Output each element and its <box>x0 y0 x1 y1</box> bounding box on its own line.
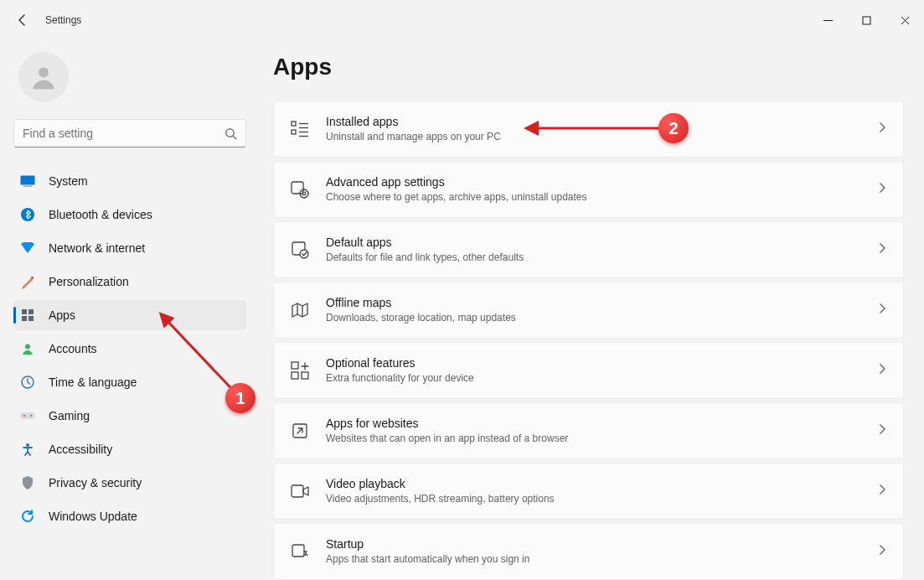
svg-point-27 <box>302 192 306 195</box>
minimize-button[interactable] <box>808 7 847 34</box>
svg-rect-6 <box>23 186 32 187</box>
installed-apps-icon <box>289 118 311 140</box>
chevron-right-icon <box>879 363 886 378</box>
sidebar-item-privacy[interactable]: Privacy & security <box>13 468 246 498</box>
card-title: Offline maps <box>326 295 879 311</box>
svg-point-2 <box>39 67 49 77</box>
card-title: Default apps <box>326 235 879 251</box>
annotation-arrow-2 <box>524 120 674 137</box>
optional-features-icon <box>289 360 311 381</box>
chevron-right-icon <box>879 182 886 197</box>
privacy-icon <box>20 475 35 490</box>
card-subtitle: Video adjustments, HDR streaming, batter… <box>326 492 879 506</box>
sidebar-item-label: Time & language <box>49 375 137 389</box>
svg-rect-30 <box>292 362 298 369</box>
video-playback-icon <box>289 480 311 502</box>
svg-rect-19 <box>292 122 296 126</box>
search-input-container[interactable] <box>13 119 246 148</box>
card-advanced-app-settings[interactable]: Advanced app settings Choose where to ge… <box>273 161 904 218</box>
accessibility-icon <box>20 442 35 457</box>
sidebar-item-label: Personalization <box>49 275 129 288</box>
sidebar-item-label: Privacy & security <box>49 476 142 489</box>
card-offline-maps[interactable]: Offline maps Downloads, storage location… <box>273 282 904 339</box>
search-icon <box>225 127 237 140</box>
svg-rect-31 <box>292 372 298 379</box>
personalization-icon <box>20 274 35 289</box>
sidebar-item-personalization[interactable]: Personalization <box>13 267 246 297</box>
svg-line-4 <box>233 136 236 139</box>
sidebar-item-accessibility[interactable]: Accessibility <box>13 434 246 464</box>
chevron-right-icon <box>879 544 886 559</box>
svg-point-16 <box>23 415 25 417</box>
chevron-right-icon <box>879 303 886 318</box>
card-subtitle: Websites that can open in an app instead… <box>326 432 879 446</box>
sidebar-item-bluetooth[interactable]: Bluetooth & devices <box>13 199 246 230</box>
card-title: Optional features <box>326 355 879 371</box>
svg-point-3 <box>226 128 234 136</box>
page-title: Apps <box>273 54 904 80</box>
sidebar-item-windows-update[interactable]: Windows Update <box>13 501 246 531</box>
svg-rect-15 <box>20 412 35 419</box>
card-startup[interactable]: Startup Apps that start automatically wh… <box>273 523 904 580</box>
svg-rect-10 <box>28 309 34 314</box>
avatar[interactable] <box>18 52 69 102</box>
sidebar-item-label: Apps <box>49 308 75 322</box>
annotation-badge-2: 2 <box>658 113 689 143</box>
sidebar-item-label: Accessibility <box>49 443 112 456</box>
card-video-playback[interactable]: Video playback Video adjustments, HDR st… <box>273 463 904 520</box>
sidebar-item-label: System <box>49 174 88 188</box>
chevron-right-icon <box>879 423 886 438</box>
sidebar-item-system[interactable]: System <box>13 166 246 196</box>
sidebar-item-label: Network & internet <box>49 241 145 255</box>
annotation-badge-1: 1 <box>225 383 256 413</box>
svg-rect-34 <box>292 485 303 497</box>
close-button[interactable] <box>885 7 924 34</box>
bluetooth-icon <box>20 207 35 222</box>
svg-point-29 <box>300 250 308 258</box>
titlebar: Settings <box>0 0 924 40</box>
advanced-settings-icon <box>289 179 311 200</box>
window-controls <box>808 7 924 34</box>
sidebar-item-label: Accounts <box>49 342 97 355</box>
card-apps-for-websites[interactable]: Apps for websites Websites that can open… <box>273 402 904 459</box>
chevron-right-icon <box>879 122 886 137</box>
card-subtitle: Downloads, storage location, map updates <box>326 311 879 325</box>
chevron-right-icon <box>879 242 886 257</box>
svg-rect-11 <box>22 316 27 321</box>
svg-rect-9 <box>22 309 27 314</box>
system-icon <box>20 173 35 189</box>
svg-rect-20 <box>292 130 296 134</box>
sidebar-item-network[interactable]: Network & internet <box>13 233 246 263</box>
svg-rect-35 <box>292 545 304 557</box>
windows-update-icon <box>20 509 35 524</box>
time-language-icon <box>20 375 35 390</box>
back-button[interactable] <box>13 12 30 28</box>
card-subtitle: Extra functionality for your device <box>326 371 879 386</box>
card-subtitle: Choose where to get apps, archive apps, … <box>326 190 879 205</box>
svg-rect-1 <box>863 17 870 24</box>
window-title: Settings <box>45 14 81 26</box>
maximize-button[interactable] <box>847 7 885 34</box>
svg-point-18 <box>26 443 29 447</box>
startup-icon <box>289 541 311 562</box>
card-title: Apps for websites <box>326 416 879 432</box>
card-optional-features[interactable]: Optional features Extra functionality fo… <box>273 342 904 399</box>
svg-point-13 <box>25 344 30 350</box>
svg-point-17 <box>30 415 32 417</box>
default-apps-icon <box>289 239 311 261</box>
search-input[interactable] <box>23 127 225 140</box>
svg-rect-12 <box>28 316 34 321</box>
apps-icon <box>20 308 35 323</box>
accounts-icon <box>20 341 35 356</box>
offline-maps-icon <box>289 299 311 321</box>
chevron-right-icon <box>879 484 886 499</box>
sidebar-item-label: Gaming <box>49 409 90 422</box>
svg-rect-32 <box>302 372 308 379</box>
card-title: Startup <box>326 536 879 552</box>
svg-rect-25 <box>292 182 303 194</box>
gaming-icon <box>20 408 35 423</box>
apps-for-websites-icon <box>289 420 311 442</box>
card-title: Video playback <box>326 476 879 492</box>
card-default-apps[interactable]: Default apps Defaults for file and link … <box>273 221 904 278</box>
card-subtitle: Defaults for file and link types, other … <box>326 251 879 265</box>
